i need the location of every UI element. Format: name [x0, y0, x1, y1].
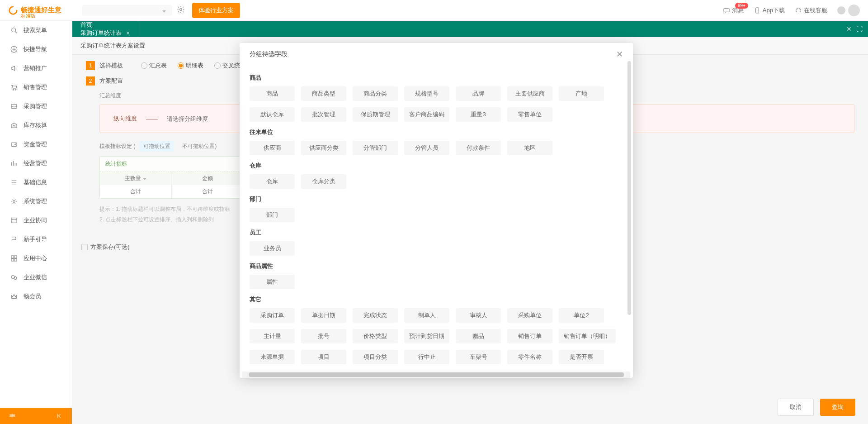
field-chip-6-0[interactable]: 采购订单: [250, 308, 295, 323]
field-chip-6-20[interactable]: 是否开票: [559, 350, 604, 364]
field-chip-0-8[interactable]: 批次管理: [301, 107, 346, 122]
field-chip-6-3[interactable]: 制单人: [404, 308, 449, 323]
field-chip-6-19[interactable]: 零件名称: [507, 350, 552, 364]
field-chip-0-0[interactable]: 商品: [250, 86, 295, 101]
field-chip-6-6[interactable]: 单位2: [559, 308, 604, 323]
field-chip-4-0[interactable]: 业务员: [250, 241, 295, 256]
field-chip-2-1[interactable]: 仓库分类: [301, 174, 346, 189]
field-chip-1-1[interactable]: 供应商分类: [301, 141, 346, 155]
group-title: 商品: [250, 74, 623, 82]
field-chip-6-1[interactable]: 单据日期: [301, 308, 346, 323]
field-chip-6-4[interactable]: 审核人: [456, 308, 501, 323]
field-chip-2-0[interactable]: 仓库: [250, 174, 295, 189]
modal-scrollbar-v[interactable]: [627, 61, 632, 371]
field-chip-1-3[interactable]: 分管人员: [404, 141, 449, 155]
field-chip-0-10[interactable]: 客户商品编码: [404, 107, 449, 122]
field-chip-0-11[interactable]: 重量3: [456, 107, 501, 122]
field-chip-6-18[interactable]: 车架号: [456, 350, 501, 364]
field-chip-0-12[interactable]: 零售单位: [507, 107, 552, 122]
field-chip-0-2[interactable]: 商品分类: [353, 86, 398, 101]
field-chip-1-2[interactable]: 分管部门: [353, 141, 398, 155]
field-chip-6-9[interactable]: 价格类型: [353, 329, 398, 343]
group-title: 往来单位: [250, 128, 623, 136]
field-chip-6-12[interactable]: 销售订单: [507, 329, 552, 343]
field-chip-1-0[interactable]: 供应商: [250, 141, 295, 155]
field-chip-0-9[interactable]: 保质期管理: [353, 107, 398, 122]
field-chip-0-6[interactable]: 产地: [559, 86, 604, 101]
group-title: 仓库: [250, 162, 623, 170]
field-chip-3-0[interactable]: 部门: [250, 208, 295, 222]
field-chip-6-16[interactable]: 项目分类: [353, 350, 398, 364]
field-chip-0-1[interactable]: 商品类型: [301, 86, 346, 101]
field-chip-0-5[interactable]: 主要供应商: [507, 86, 552, 101]
field-chip-6-8[interactable]: 批号: [301, 329, 346, 343]
field-chip-6-14[interactable]: 来源单据: [250, 350, 295, 364]
field-group-6: 其它采购订单单据日期完成状态制单人审核人采购单位单位2主计量批号价格类型预计到货…: [250, 295, 623, 364]
field-chip-1-4[interactable]: 付款条件: [456, 141, 501, 155]
group-title: 员工: [250, 229, 623, 237]
field-chip-6-11[interactable]: 赠品: [456, 329, 501, 343]
field-chip-1-5[interactable]: 地区: [507, 141, 552, 155]
field-chip-6-10[interactable]: 预计到货日期: [404, 329, 449, 343]
field-group-0: 商品商品商品类型商品分类规格型号品牌主要供应商产地默认仓库批次管理保质期管理客户…: [250, 74, 623, 122]
modal-scrollbar-h[interactable]: [242, 372, 630, 378]
group-title: 其它: [250, 295, 623, 304]
field-group-1: 往来单位供应商供应商分类分管部门分管人员付款条件地区: [250, 128, 623, 155]
field-group-2: 仓库仓库仓库分类: [250, 162, 623, 189]
field-chip-0-7[interactable]: 默认仓库: [250, 107, 295, 122]
field-chip-6-7[interactable]: 主计量: [250, 329, 295, 343]
modal-title: 分组待选字段: [250, 50, 288, 58]
modal-title-bar: 分组待选字段 ✕: [240, 43, 633, 66]
field-chip-5-0[interactable]: 属性: [250, 275, 295, 289]
field-group-3: 部门部门: [250, 195, 623, 222]
field-group-4: 员工业务员: [250, 229, 623, 256]
field-chip-6-15[interactable]: 项目: [301, 350, 346, 364]
group-title: 商品属性: [250, 262, 623, 270]
field-group-5: 商品属性属性: [250, 262, 623, 289]
field-modal: 分组待选字段 ✕ 商品商品商品类型商品分类规格型号品牌主要供应商产地默认仓库批次…: [240, 43, 633, 378]
field-chip-0-3[interactable]: 规格型号: [404, 86, 449, 101]
field-chip-6-2[interactable]: 完成状态: [353, 308, 398, 323]
field-chip-6-17[interactable]: 行中止: [404, 350, 449, 364]
field-chip-6-5[interactable]: 采购单位: [507, 308, 552, 323]
modal-body: 商品商品商品类型商品分类规格型号品牌主要供应商产地默认仓库批次管理保质期管理客户…: [240, 66, 633, 372]
modal-close[interactable]: ✕: [616, 49, 623, 59]
field-chip-6-13[interactable]: 销售订单（明细）: [559, 329, 616, 343]
field-chip-0-4[interactable]: 品牌: [456, 86, 501, 101]
group-title: 部门: [250, 195, 623, 203]
